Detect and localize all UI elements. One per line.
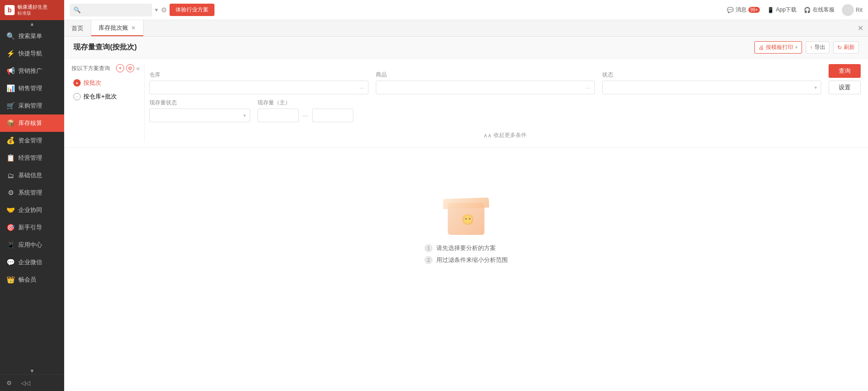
tab-home-label: 首页 bbox=[71, 24, 83, 33]
purchase-icon: 🛒 bbox=[6, 102, 15, 110]
phone-icon: 📱 bbox=[767, 7, 774, 13]
hint-number-1: 1 bbox=[424, 244, 433, 252]
product-text-input[interactable] bbox=[380, 84, 591, 91]
sidebar-header: b 畅康通好生意 标准版 bbox=[0, 0, 64, 20]
marketing-icon: 📢 bbox=[6, 67, 15, 75]
qty-max-text-input[interactable] bbox=[316, 112, 385, 119]
refresh-icon: ↻ bbox=[837, 44, 842, 51]
topbar-settings-icon[interactable]: ⚙ bbox=[161, 6, 167, 14]
export-btn[interactable]: ↑ 导出 bbox=[806, 41, 830, 54]
status-label: 状态 bbox=[602, 71, 821, 79]
sidebar-item-quick-nav[interactable]: ⚡ 快捷导航 bbox=[0, 45, 64, 62]
print-btn[interactable]: 🖨 按模板打印 ▾ bbox=[754, 41, 802, 54]
page-title: 现存量查询(按批次) bbox=[73, 43, 137, 52]
sidebar-item-member[interactable]: 👑 畅会员 bbox=[0, 271, 64, 288]
topbar: 🔍 ▾ ⚙ 体验行业方案 💬 消息 99+ 📱 App下载 🎧 在线客服 bbox=[64, 0, 868, 20]
hint-number-2: 2 bbox=[424, 256, 433, 264]
inventory-qty-max-input[interactable] bbox=[312, 109, 353, 122]
sidebar-item-label: 企业协同 bbox=[18, 206, 42, 214]
scheme-inactive-icon: ○ bbox=[73, 93, 81, 100]
sidebar-item-label: 销售管理 bbox=[18, 84, 42, 92]
new-guide-icon: 🎯 bbox=[6, 223, 15, 232]
sidebar-item-label: 经营管理 bbox=[18, 154, 42, 162]
empty-hints: 1 请先选择要分析的方案 2 用过滤条件来缩小分析范围 bbox=[424, 244, 508, 264]
messages-btn[interactable]: 💬 消息 99+ bbox=[727, 6, 760, 14]
scheme-add-btn[interactable]: + bbox=[116, 64, 124, 72]
user-avatar-btn[interactable]: Rit bbox=[842, 4, 863, 16]
sidebar-item-marketing[interactable]: 📢 营销推广 bbox=[0, 62, 64, 80]
member-icon: 👑 bbox=[6, 276, 15, 284]
filter-fields: 仓库 ··· 商品 ··· bbox=[149, 64, 861, 142]
online-service-btn[interactable]: 🎧 在线客服 bbox=[804, 6, 835, 14]
empty-hint-2: 2 用过滤条件来缩小分析范围 bbox=[424, 256, 508, 264]
export-icon: ↑ bbox=[810, 44, 813, 51]
scheme-settings-btn[interactable]: ⚙ bbox=[126, 64, 134, 72]
main-area: 🔍 ▾ ⚙ 体验行业方案 💬 消息 99+ 📱 App下载 🎧 在线客服 bbox=[64, 0, 868, 391]
sidebar-item-new-guide[interactable]: 🎯 新手引导 bbox=[0, 219, 64, 236]
warehouse-more-icon: ··· bbox=[359, 84, 364, 91]
empty-illustration: 😶 bbox=[439, 185, 494, 235]
chevron-down-icon[interactable]: ▾ bbox=[155, 6, 158, 13]
finance-icon: 💰 bbox=[6, 136, 15, 145]
inventory-qty-min-input[interactable] bbox=[258, 109, 299, 122]
topbar-left: 🔍 ▾ ⚙ 体验行业方案 bbox=[70, 4, 722, 16]
warehouse-text-input[interactable] bbox=[154, 84, 364, 91]
print-chevron-icon: ▾ bbox=[795, 44, 798, 50]
sidebar-item-label: 新手引导 bbox=[18, 223, 42, 232]
search-input[interactable] bbox=[82, 7, 151, 13]
product-input[interactable]: ··· bbox=[376, 81, 595, 94]
sidebar-item-finance[interactable]: 💰 资金管理 bbox=[0, 132, 64, 149]
sales-icon: 📊 bbox=[6, 84, 15, 92]
sidebar-item-enterprise-collab[interactable]: 🤝 企业协同 bbox=[0, 201, 64, 219]
app-title-group: 畅康通好生意 标准版 bbox=[17, 4, 48, 16]
tab-home[interactable]: 首页 bbox=[64, 20, 91, 36]
sidebar-item-label: 搜索菜单 bbox=[18, 32, 42, 40]
sidebar-scroll-up[interactable]: ▲ bbox=[0, 20, 64, 27]
settings-icon[interactable]: ⚙ bbox=[6, 380, 12, 386]
scheme-collapse-btn[interactable]: « bbox=[136, 65, 140, 72]
tab-close-icon[interactable]: ✕ bbox=[131, 25, 136, 31]
inventory-status-input[interactable]: ▾ bbox=[149, 109, 250, 122]
export-label: 导出 bbox=[814, 43, 825, 51]
enterprise-wechat-icon: 💬 bbox=[6, 258, 15, 266]
tab-inventory-batch[interactable]: 库存批次账 ✕ bbox=[91, 20, 143, 36]
inventory-qty-label: 现存量（主） bbox=[258, 99, 353, 107]
inventory-status-chevron-icon: ▾ bbox=[243, 113, 246, 119]
page-actions: 🖨 按模板打印 ▾ ↑ 导出 ↻ 刷新 bbox=[754, 41, 859, 54]
sidebar-scroll-down[interactable]: ▼ bbox=[0, 367, 64, 375]
status-field-group: 状态 ▾ bbox=[602, 71, 821, 94]
tab-close-global-icon[interactable]: ✕ bbox=[857, 24, 863, 33]
status-chevron-icon: ▾ bbox=[814, 85, 817, 91]
sidebar-item-sales[interactable]: 📊 销售管理 bbox=[0, 80, 64, 97]
sidebar-item-search-menu[interactable]: 🔍 搜索菜单 bbox=[0, 27, 64, 45]
inventory-status-text-input[interactable] bbox=[154, 112, 243, 119]
sidebar-item-system[interactable]: ⚙ 系统管理 bbox=[0, 184, 64, 201]
scheme-item-by-batch[interactable]: ● 按批次 bbox=[71, 76, 140, 90]
scheme-header: 按以下方案查询 + ⚙ « bbox=[71, 64, 140, 72]
status-input[interactable]: ▾ bbox=[602, 81, 821, 94]
query-btn[interactable]: 查询 bbox=[829, 64, 861, 78]
warehouse-input[interactable]: ··· bbox=[149, 81, 368, 94]
sidebar-item-enterprise-wechat[interactable]: 💬 企业微信 bbox=[0, 254, 64, 271]
experience-btn[interactable]: 体验行业方案 bbox=[170, 4, 214, 16]
search-icon: 🔍 bbox=[73, 6, 81, 13]
sidebar-item-operations[interactable]: 📋 经营管理 bbox=[0, 149, 64, 167]
inventory-status-field-group: 现存量状态 ▾ bbox=[149, 99, 250, 122]
sidebar-item-app-center[interactable]: 📱 应用中心 bbox=[0, 236, 64, 254]
refresh-label: 刷新 bbox=[844, 43, 855, 51]
sidebar-item-inventory[interactable]: 📦 库存核算 bbox=[0, 114, 64, 132]
username-label: Rit bbox=[856, 7, 863, 13]
search-box[interactable]: 🔍 bbox=[70, 4, 152, 16]
refresh-btn[interactable]: ↻ 刷新 bbox=[833, 41, 859, 54]
print-label: 按模板打印 bbox=[766, 43, 793, 51]
status-text-input[interactable] bbox=[606, 84, 814, 91]
enterprise-collab-icon: 🤝 bbox=[6, 206, 15, 214]
settings-btn[interactable]: 设置 bbox=[829, 81, 861, 94]
app-download-btn[interactable]: 📱 App下载 bbox=[767, 6, 797, 14]
inventory-status-label: 现存量状态 bbox=[149, 99, 250, 107]
collapse-more-btn[interactable]: ∧∧ 收起更多条件 bbox=[149, 129, 861, 142]
sidebar-item-basics[interactable]: 🗂 基础信息 bbox=[0, 167, 64, 184]
sidebar-item-purchase[interactable]: 🛒 采购管理 bbox=[0, 97, 64, 114]
scheme-item-by-warehouse-batch[interactable]: ○ 按仓库+批次 bbox=[71, 90, 140, 103]
collapse-sidebar-icon[interactable]: ◁◁ bbox=[21, 380, 30, 386]
